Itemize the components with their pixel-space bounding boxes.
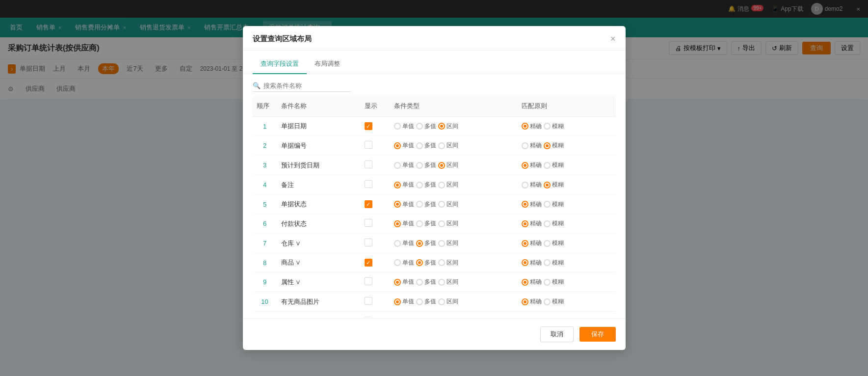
- tab-query-fields[interactable]: 查询字段设置: [253, 56, 307, 74]
- search-icon: 🔍: [253, 82, 261, 89]
- modal-overlay: 设置查询区域布局 × 查询字段设置 布局调整 🔍 顺序 条件名称 显示: [0, 0, 868, 100]
- modal-search: 🔍: [243, 74, 626, 96]
- settings-modal: 设置查询区域布局 × 查询字段设置 布局调整 🔍 顺序 条件名称 显示: [243, 26, 626, 100]
- modal-close-button[interactable]: ×: [610, 34, 616, 44]
- modal-title: 设置查询区域布局: [253, 34, 312, 44]
- table-header: 顺序 条件名称 显示 条件类型 匹配原则: [253, 96, 616, 100]
- search-box: 🔍: [253, 80, 351, 92]
- tab-query-fields-label: 查询字段设置: [261, 60, 299, 67]
- tab-layout-label: 布局调整: [315, 60, 340, 67]
- modal-header: 设置查询区域布局 ×: [243, 26, 626, 51]
- modal-tabs: 查询字段设置 布局调整: [243, 51, 626, 74]
- modal-table: 顺序 条件名称 显示 条件类型 匹配原则 1 单据日期 单值: [243, 96, 626, 100]
- search-input[interactable]: [263, 82, 342, 89]
- tab-layout[interactable]: 布局调整: [307, 56, 348, 74]
